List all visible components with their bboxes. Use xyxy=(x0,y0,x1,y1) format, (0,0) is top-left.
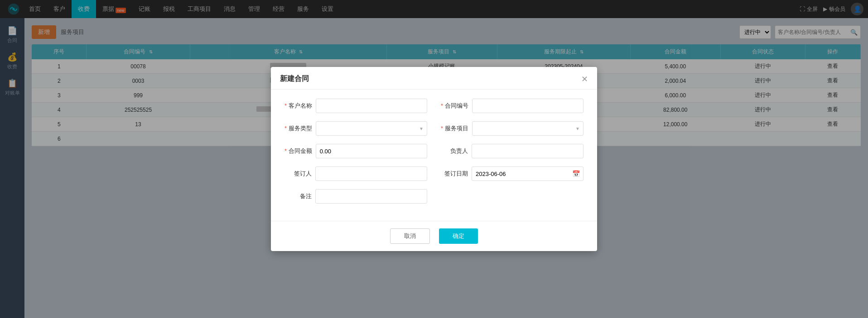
input-remark[interactable] xyxy=(315,189,427,204)
label-contract-amount: 合同金额 xyxy=(285,147,312,155)
dialog-close-button[interactable]: ✕ xyxy=(581,75,588,83)
content-area: 新增 服务项目 进行中 已完成 已取消 🔍 序号 xyxy=(24,18,868,318)
field-signer: 签订人 xyxy=(285,166,427,181)
label-contract-no: 合同编号 xyxy=(441,102,468,110)
form-row-3: 合同金额 负责人 xyxy=(285,144,583,158)
field-sign-date: 签订日期 📅 xyxy=(441,166,583,181)
field-contract-amount: 合同金额 xyxy=(285,144,427,158)
dialog-body: 客户名称 合同编号 服务类型 xyxy=(271,90,597,221)
label-remark: 备注 xyxy=(285,192,312,200)
select-wrapper-service-type: ▼ xyxy=(316,121,427,136)
label-customer-name: 客户名称 xyxy=(285,102,312,110)
label-service-item: 服务项目 xyxy=(441,124,468,133)
field-service-item: 服务项目 ▼ xyxy=(441,121,583,136)
confirm-button[interactable]: 确定 xyxy=(439,228,478,244)
input-responsible[interactable] xyxy=(472,144,583,158)
calendar-icon[interactable]: 📅 xyxy=(572,170,580,177)
date-wrapper: 📅 xyxy=(472,166,583,181)
form-row-2: 服务类型 ▼ 服务项目 xyxy=(285,121,583,136)
label-signer: 签订人 xyxy=(285,170,312,178)
field-responsible: 负责人 xyxy=(441,144,583,158)
field-customer-name: 客户名称 xyxy=(285,99,427,113)
select-service-item[interactable] xyxy=(472,121,583,136)
dialog-header: 新建合同 ✕ xyxy=(271,67,597,90)
field-service-type: 服务类型 ▼ xyxy=(285,121,427,136)
label-responsible: 负责人 xyxy=(441,147,468,155)
select-service-type[interactable] xyxy=(316,121,427,136)
new-contract-dialog: 新建合同 ✕ 客户名称 合同编号 xyxy=(271,67,597,251)
label-sign-date: 签订日期 xyxy=(441,170,468,178)
label-service-type: 服务类型 xyxy=(285,124,312,133)
dialog-footer: 取消 确定 xyxy=(271,221,597,251)
modal-overlay: 新建合同 ✕ 客户名称 合同编号 xyxy=(24,18,868,318)
dialog-title: 新建合同 xyxy=(280,74,309,84)
form-row-1: 客户名称 合同编号 xyxy=(285,99,583,113)
field-contract-no: 合同编号 xyxy=(441,99,583,113)
field-remark: 备注 xyxy=(285,189,427,204)
input-sign-date[interactable] xyxy=(472,166,583,181)
input-customer-name[interactable] xyxy=(316,99,427,113)
cancel-button[interactable]: 取消 xyxy=(390,228,430,244)
input-signer[interactable] xyxy=(315,166,427,181)
input-contract-amount[interactable] xyxy=(316,144,427,158)
main-layout: 📄 合同 💰 收费 📋 对账单 新增 服务项目 进行中 已完成 已取消 xyxy=(0,18,868,318)
select-wrapper-service-item: ▼ xyxy=(472,121,583,136)
input-contract-no[interactable] xyxy=(472,99,583,113)
form-row-4: 签订人 签订日期 📅 xyxy=(285,166,583,181)
form-row-5: 备注 xyxy=(285,189,583,204)
